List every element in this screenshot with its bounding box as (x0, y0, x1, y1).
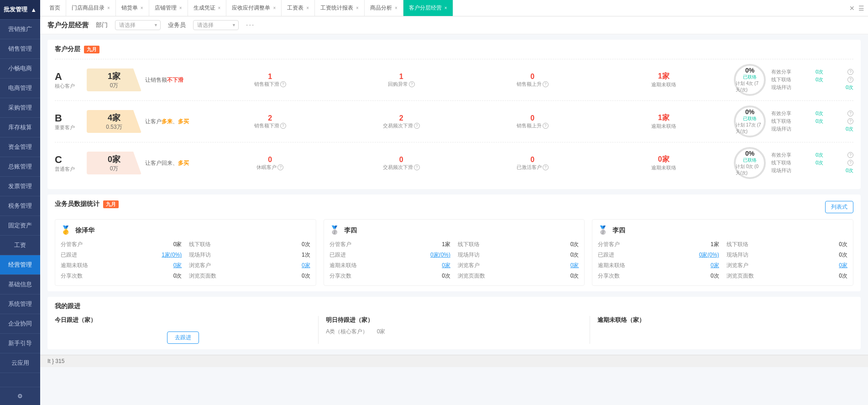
tab-store-products[interactable]: 门店商品目录 × (66, 0, 116, 16)
tab-close-payroll-report[interactable]: × (356, 5, 359, 11)
staff-select-wrapper[interactable]: 请选择 (193, 20, 239, 30)
tab-payroll[interactable]: 工资表 × (282, 0, 315, 16)
tier-a-right-3: 现场拜访 0次 (771, 84, 853, 91)
tier-a-count-box[interactable]: 1家 0万 (87, 68, 141, 91)
tab-close-customer-tier[interactable]: × (444, 5, 447, 11)
tier-b-stat-3[interactable]: 0 销售额上升 ? (468, 112, 597, 131)
tier-a-contact-label: 已联络 (743, 74, 757, 80)
sidebar-item-assets[interactable]: 固定资产 (0, 216, 40, 236)
tab-shop-management[interactable]: 店铺管理 × (149, 0, 188, 16)
tab-bar: 首页 门店商品目录 × 销货单 × 店铺管理 × 生成凭证 × 应收应付调整单 … (40, 0, 868, 16)
staff-1-name: 徐泽华 (75, 226, 94, 235)
tab-ar-ap[interactable]: 应收应付调整单 × (226, 0, 282, 16)
tab-generate-voucher[interactable]: 生成凭证 × (188, 0, 227, 16)
staff-2-stat-1: 线下联络 0次 (458, 241, 579, 248)
tier-a-overdue[interactable]: 1家 逾期未联络 (599, 70, 729, 90)
tier-c-stat3-num: 0 (470, 156, 596, 164)
tab-close-all-icon[interactable]: ✕ (849, 5, 855, 12)
sidebar-item-sales[interactable]: 销售管理 (0, 39, 40, 59)
staff-card-3: 🥈 李四 分管客户 1家 线下联络 0次 已跟进 (592, 219, 853, 286)
list-view-button[interactable]: 列表式 (825, 201, 853, 213)
tier-b-right-stats: 有效分享 0次 ? 线下联络 0次 ? 现场拜访 0次 (771, 110, 853, 133)
followup-overdue-title: 逾期未联络（家） (597, 316, 853, 324)
tier-b-count: 4家 (106, 112, 122, 123)
staff-1-stat-5: 浏览客户 0家 (189, 262, 310, 269)
tab-close-payroll[interactable]: × (306, 5, 309, 11)
tab-payroll-report[interactable]: 工资统计报表 × (315, 0, 365, 16)
sidebar-item-invoice[interactable]: 发票管理 (0, 177, 40, 196)
tier-a-contact-plan: 计划 4次 (7天/次) (736, 80, 764, 93)
tab-close-store-products[interactable]: × (107, 5, 110, 11)
tier-b-letter: B (55, 112, 87, 124)
tier-c-overdue[interactable]: 0家 逾期未联络 (599, 153, 729, 173)
sidebar-toggle-icon[interactable]: ▲ (31, 6, 37, 13)
staff-1-stat-7: 浏览页面数 0次 (189, 272, 310, 280)
sidebar-item-purchase[interactable]: 采购管理 (0, 98, 40, 118)
tab-sales-order[interactable]: 销货单 × (116, 0, 149, 16)
info-icon-cr1: ? (847, 152, 853, 158)
sidebar-item-finance[interactable]: 资金管理 (0, 137, 40, 157)
tab-close-ar-ap[interactable]: × (273, 5, 276, 11)
customer-tier-title: 客户分层 九月 (55, 45, 853, 53)
sidebar-item-cloud[interactable]: 云应用 (0, 353, 40, 373)
sidebar-item-marketing[interactable]: 营销推广 (0, 20, 40, 39)
tier-a-right-1: 有效分享 0次 ? (771, 68, 853, 75)
tier-c-count-box[interactable]: 0家 0万 (87, 152, 141, 174)
tier-b-overdue[interactable]: 1家 逾期未联络 (599, 111, 729, 131)
tab-customer-tier[interactable]: 客户分层经营 × (403, 0, 453, 16)
staff-3-name: 李四 (612, 226, 625, 235)
sidebar-item-tax[interactable]: 税务管理 (0, 196, 40, 216)
sidebar-item-management[interactable]: 经营管理 (0, 255, 40, 275)
staff-cards: 🥇 徐泽华 分管客户 0家 线下联络 0次 已跟进 (55, 219, 853, 286)
sidebar-item-ecommerce[interactable]: 电商管理 (0, 79, 40, 98)
sidebar-item-system[interactable]: 系统管理 (0, 295, 40, 314)
staff-3-stat-2: 已跟进 0家(0%) (598, 251, 719, 259)
sidebar-header[interactable]: 批发管理 ▲ (0, 0, 40, 20)
tier-c-stat-1[interactable]: 0 休眠客户 ? (205, 154, 335, 173)
dept-select-wrapper[interactable]: 请选择 (115, 20, 161, 30)
staff-select[interactable]: 请选择 (193, 20, 239, 30)
sidebar-item-inventory[interactable]: 库存核算 (0, 118, 40, 137)
tier-a-stat-2[interactable]: 1 回购异常 ? (337, 71, 466, 89)
tier-a-contact-pct: 0% (745, 67, 754, 74)
tier-a-stat-1[interactable]: 1 销售额下滑 ? (205, 71, 335, 89)
staff-3-stat-3: 现场拜访 0次 (727, 251, 847, 259)
tier-c-right-stats: 有效分享 0次 ? 线下联络 0次 ? 现场拜访 0次 (771, 152, 853, 175)
sidebar-item-guide[interactable]: 新手引导 (0, 334, 40, 353)
tab-close-sales-order[interactable]: × (141, 5, 143, 11)
tier-c-stat-3[interactable]: 0 已激活客户 ? (468, 154, 597, 173)
info-icon-b3: ? (543, 123, 549, 129)
tab-close-shop[interactable]: × (179, 5, 182, 11)
sidebar-item-ecommerce-small[interactable]: 小畅电商 (0, 59, 40, 79)
sidebar-item-base[interactable]: 基础信息 (0, 275, 40, 295)
sidebar-settings[interactable]: ⚙ (0, 387, 40, 405)
tier-b-stats: 2 销售额下滑 ? 2 交易频次下滑 ? 0 (205, 105, 853, 137)
sidebar-item-collab[interactable]: 企业协同 (0, 314, 40, 334)
staff-3-stat-4: 逾期未联络 0家 (598, 262, 719, 269)
biz-section-month: 九月 (103, 200, 119, 208)
tier-b-count-box[interactable]: 4家 0.53万 (87, 110, 141, 133)
sidebar-item-ledger[interactable]: 总账管理 (0, 157, 40, 177)
tier-b-suggestion: 让客户多来、多买 (141, 118, 205, 126)
tab-product-analysis[interactable]: 商品分析 × (365, 0, 403, 16)
staff-1-stat-2: 已跟进 1家(0%) (61, 251, 182, 259)
filter-more-icon[interactable]: ··· (246, 21, 255, 29)
staff-card-2: 🥈 李四 分管客户 1家 线下联络 0次 已跟进 (324, 219, 585, 286)
tab-home[interactable]: 首页 (44, 0, 66, 16)
tier-a-stat-3[interactable]: 0 销售额上升 ? (468, 71, 597, 89)
sidebar: 批发管理 ▲ 营销推广 销售管理 小畅电商 电商管理 采购管理 库存核算 资金管… (0, 0, 40, 405)
tier-a-overdue-label: 逾期未联络 (601, 81, 727, 88)
dept-select[interactable]: 请选择 (115, 20, 161, 30)
goto-followup-button[interactable]: 去跟进 (167, 331, 199, 344)
staff-3-stat-0: 分管客户 1家 (598, 241, 719, 248)
tab-menu-icon[interactable]: ☰ (858, 5, 864, 12)
tier-a-stat2-label: 回购异常 ? (339, 81, 465, 88)
tier-b-stat-1[interactable]: 2 销售额下滑 ? (205, 112, 335, 131)
tier-c-amount: 0万 (108, 165, 120, 173)
tier-c-stat-2[interactable]: 0 交易频次下滑 ? (337, 154, 466, 173)
followup-divider-1 (318, 316, 319, 344)
sidebar-item-payroll[interactable]: 工资 (0, 236, 40, 255)
tab-close-product-analysis[interactable]: × (395, 5, 397, 11)
tier-b-stat-2[interactable]: 2 交易频次下滑 ? (337, 112, 466, 131)
tab-close-voucher[interactable]: × (218, 5, 221, 11)
